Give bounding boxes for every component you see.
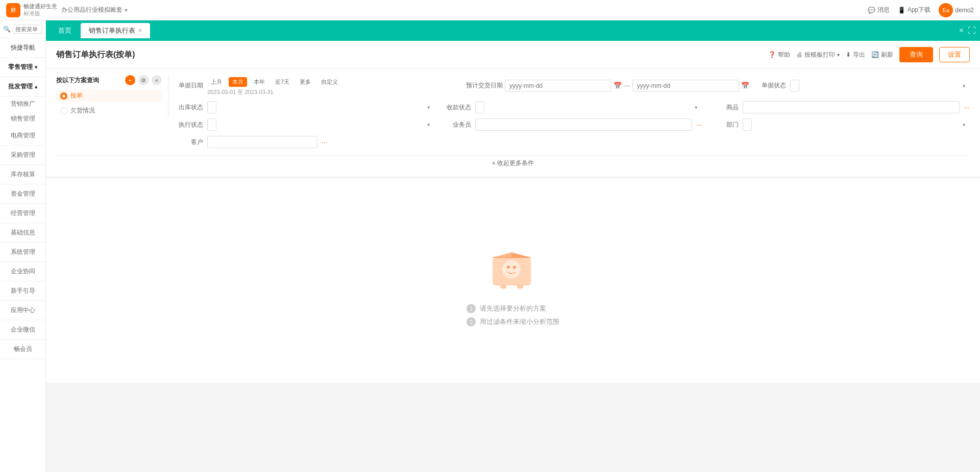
sidebar-item-wholesale[interactable]: 批发管理 ▴ xyxy=(0,77,45,97)
sidebar-item-collab[interactable]: 企业协同 xyxy=(0,262,45,281)
svg-rect-6 xyxy=(500,285,506,289)
sidebar-item-system[interactable]: 系统管理 xyxy=(0,243,45,262)
sidebar-item-operations[interactable]: 经营管理 xyxy=(0,204,45,223)
sidebar-item-inventory[interactable]: 库存核算 xyxy=(0,165,45,184)
date-btn-last-month[interactable]: 上月 xyxy=(207,77,226,87)
solution-panel: 按以下方案查询 + ⚙ « xyxy=(56,75,168,117)
filter-group-department: 部门 xyxy=(710,119,970,131)
expected-date-start-input[interactable] xyxy=(505,80,611,92)
page-content: 销售订单执行表(按单) ❓ 帮助 🖨 按模板打印 ▾ ⬇ 导出 xyxy=(46,41,980,472)
customer-more-icon[interactable]: ··· xyxy=(322,138,328,146)
solution-settings-button[interactable]: ⚙ xyxy=(138,75,149,85)
top-bar-left: 好 畅捷通好生意 标准版 办公用品行业模拟账套 ▾ xyxy=(6,3,128,17)
svg-point-4 xyxy=(507,266,510,269)
tab-home[interactable]: 首页 xyxy=(50,23,80,38)
empty-svg xyxy=(482,234,544,296)
sidebar-item-guide[interactable]: 新手引导 xyxy=(0,281,45,301)
hint-num-1: 1 xyxy=(467,304,476,313)
status-select-wrap xyxy=(790,80,970,92)
sidebar-item-members[interactable]: 畅会员 xyxy=(0,340,45,359)
delivery-status-label: 出库状态 xyxy=(175,103,203,112)
empty-illustration xyxy=(482,234,544,296)
download-icon: 📱 xyxy=(898,7,905,14)
top-bar: 好 畅捷通好生意 标准版 办公用品行业模拟账套 ▾ 💬 消息 📱 App下载 E… xyxy=(0,0,980,20)
filter-area: 按以下方案查询 + ⚙ « xyxy=(46,69,980,177)
tab-sales-order[interactable]: 销售订单执行表 × xyxy=(81,23,150,38)
execution-status-select-wrap xyxy=(207,119,434,131)
tab-bar-right: × ⛶ xyxy=(959,26,976,35)
solution-items: 按单 欠货情况 xyxy=(56,89,162,117)
date-btn-more[interactable]: 更多 xyxy=(296,77,314,87)
sidebar-item-basic-info[interactable]: 基础信息 xyxy=(0,223,45,243)
sidebar-search-input[interactable] xyxy=(13,25,42,34)
calendar-start-icon[interactable]: 📅 xyxy=(614,82,622,89)
solution-item-by-order[interactable]: 按单 xyxy=(56,89,162,102)
date-btn-this-month[interactable]: 本月 xyxy=(229,77,247,87)
solution-add-button[interactable]: + xyxy=(125,75,135,85)
date-btn-custom[interactable]: 自定义 xyxy=(317,77,341,87)
solution-item-active-dot xyxy=(60,92,67,100)
department-select[interactable] xyxy=(743,119,752,131)
sidebar-item-quick-nav[interactable]: 快捷导航 xyxy=(0,38,45,58)
message-button[interactable]: 💬 消息 xyxy=(868,6,890,14)
status-label: 单据状态 xyxy=(757,81,786,90)
sidebar-item-sales[interactable]: 销售管理 xyxy=(0,111,45,126)
date-quick-filters: 上月 本月 本年 近7天 更多 自定义 xyxy=(207,77,458,87)
date-btn-7days[interactable]: 近7天 xyxy=(272,77,293,87)
query-button[interactable]: 查询 xyxy=(899,47,933,62)
sidebar-item-finance[interactable]: 资金管理 xyxy=(0,184,45,204)
sidebar-item-app-center[interactable]: 应用中心 xyxy=(0,301,45,320)
goods-input[interactable] xyxy=(743,101,960,113)
date-btn-this-year[interactable]: 本年 xyxy=(250,77,268,87)
sidebar-search-icon: 🔍 xyxy=(3,26,11,33)
collapse-bar[interactable]: « 收起更多条件 xyxy=(56,155,970,171)
print-button[interactable]: 🖨 按模板打印 ▾ xyxy=(796,51,840,59)
refresh-button[interactable]: 🔄 刷新 xyxy=(871,51,893,59)
empty-hint-1: 1 请先选择要分析的方案 xyxy=(467,304,559,313)
goods-more-icon[interactable]: ··· xyxy=(964,103,970,111)
filter-row-1: 单据日期 上月 本月 本年 近7天 更多 自定义 xyxy=(175,75,970,96)
help-button[interactable]: ❓ 帮助 xyxy=(768,51,790,59)
sidebar-item-marketing[interactable]: 营销推广 xyxy=(0,97,45,111)
export-button[interactable]: ⬇ 导出 xyxy=(846,51,865,59)
solution-item-shortage[interactable]: 欠货情况 xyxy=(56,104,162,117)
filter-group-goods: 商品 ··· xyxy=(710,101,970,113)
sidebar: 🔍 快捷导航 零售管理 ▾ 批发管理 ▴ 营销推广 销售管理 电商管理 采购管理 xyxy=(0,20,46,472)
sidebar-item-purchase[interactable]: 采购管理 xyxy=(0,146,45,165)
department-select-wrap xyxy=(743,119,970,131)
customer-input[interactable] xyxy=(207,136,317,148)
tab-expand-button[interactable]: ⛶ xyxy=(968,26,976,35)
app-download-button[interactable]: 📱 App下载 xyxy=(898,6,930,14)
filter-row-3: 执行状态 业务员 ··· xyxy=(175,119,970,131)
logo-icon: 好 xyxy=(6,3,20,17)
industry-selector[interactable]: 办公用品行业模拟账套 ▾ xyxy=(61,6,128,14)
tab-close-window-button[interactable]: × xyxy=(959,26,964,35)
calendar-end-icon[interactable]: 📅 xyxy=(741,82,749,89)
status-select[interactable] xyxy=(790,80,799,92)
settings-button[interactable]: 设置 xyxy=(939,47,970,62)
payment-status-select[interactable] xyxy=(475,101,484,113)
execution-status-label: 执行状态 xyxy=(175,121,203,129)
user-avatar-area[interactable]: Ea demo2 xyxy=(939,3,974,17)
solution-collapse-button[interactable]: « xyxy=(152,75,162,85)
salesman-input[interactable] xyxy=(475,119,692,131)
filter-group-payment: 收款状态 xyxy=(443,101,702,113)
print-icon: 🖨 xyxy=(796,51,802,58)
sidebar-item-ecommerce[interactable]: 电商管理 xyxy=(0,126,45,146)
page-header: 销售订单执行表(按单) ❓ 帮助 🖨 按模板打印 ▾ ⬇ 导出 xyxy=(46,41,980,69)
solution-header: 按以下方案查询 + ⚙ « xyxy=(56,75,162,85)
sidebar-item-wechat[interactable]: 企业微信 xyxy=(0,320,45,340)
tab-close-icon[interactable]: × xyxy=(138,27,142,34)
execution-status-select[interactable] xyxy=(207,119,216,131)
expected-date-end-input[interactable] xyxy=(632,80,739,92)
help-icon: ❓ xyxy=(768,51,776,58)
date-separator: — xyxy=(624,82,630,89)
delivery-status-select[interactable] xyxy=(207,101,216,113)
hint-num-2: 2 xyxy=(467,317,476,326)
customer-label: 客户 xyxy=(175,138,203,147)
sidebar-item-retail[interactable]: 零售管理 ▾ xyxy=(0,58,45,77)
filter-row-2: 出库状态 收款状态 xyxy=(175,101,970,113)
salesman-more-icon[interactable]: ··· xyxy=(696,121,702,129)
refresh-icon: 🔄 xyxy=(871,51,879,58)
filter-group-delivery: 出库状态 xyxy=(175,101,434,113)
